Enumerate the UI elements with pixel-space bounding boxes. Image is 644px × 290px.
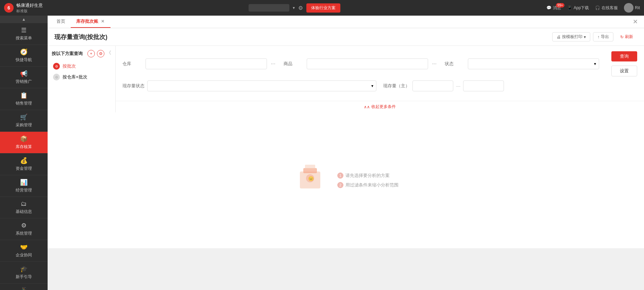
collapse-more-label: 收起更多条件	[371, 104, 396, 110]
main-content: 首页 库存批次账 ✕ ✕ 现存量查询(按批次) 🖨 按模板打印 ▾	[48, 16, 644, 290]
hint-num-2: 2	[337, 182, 343, 188]
tab-batch-label: 库存批次账	[76, 18, 98, 24]
refresh-icon: ↻	[620, 35, 624, 39]
sidebar-label-purchase: 采购管理	[16, 122, 32, 128]
sidebar-label-enterprise: 企业协同	[16, 252, 32, 258]
filter-form: 仓库 ··· 商品 ··· 状态	[116, 46, 644, 101]
sidebar-item-sales[interactable]: 📋 销售管理	[0, 88, 48, 110]
newbie-icon: 🎓	[20, 265, 28, 273]
sidebar-item-system[interactable]: ⚙ 系统管理	[0, 218, 48, 240]
message-button[interactable]: 💬 消息 99+	[546, 5, 561, 11]
sidebar-item-appstore[interactable]: 📱 应用中心	[0, 284, 48, 290]
sidebar-scroll-up[interactable]: ▲	[0, 16, 48, 23]
finance-icon: 💰	[20, 157, 28, 164]
sidebar-item-purchase[interactable]: 🛒 采购管理	[0, 110, 48, 132]
user-avatar-button[interactable]: Rit	[624, 3, 640, 13]
quicknav-icon: 🧭	[20, 48, 28, 56]
empty-state: 😐 1 请先选择要分析的方案 2 用过滤条件来缩小分析范围	[48, 112, 644, 248]
action-col: 查询 设置	[611, 51, 637, 76]
sidebar-item-finance[interactable]: 💰 资金管理	[0, 153, 48, 175]
filter-item-batch[interactable]: ⚙ 按批次	[52, 61, 111, 72]
status-dropdown-icon: ▾	[594, 61, 596, 66]
stock-status-select[interactable]: ▾	[147, 80, 376, 91]
tab-home[interactable]: 首页	[51, 16, 71, 28]
page-title: 现存量查询(按批次)	[54, 33, 107, 45]
print-button[interactable]: 🖨 按模板打印 ▾	[552, 32, 590, 41]
sidebar-item-operation[interactable]: 📊 经营管理	[0, 175, 48, 197]
operation-icon: 📊	[20, 179, 28, 186]
message-icon: 💬	[546, 5, 552, 10]
query-button[interactable]: 查询	[611, 51, 637, 61]
hint-text-2: 用过滤条件来缩小分析范围	[345, 182, 399, 188]
page-header: 现存量查询(按批次) 🖨 按模板打印 ▾ ↑ 导出 ↻ 刷新	[48, 28, 644, 46]
appstore-icon: 📱	[20, 287, 28, 290]
hint-num-1: 1	[337, 173, 343, 179]
sidebar-item-basic[interactable]: 🗂 基础信息	[0, 197, 48, 218]
filter-add-button[interactable]: +	[87, 50, 95, 57]
warehouse-field: 仓库 ···	[122, 58, 277, 69]
product-dots[interactable]: ···	[431, 61, 438, 67]
app-logo: 6	[4, 3, 14, 13]
warehouse-dots[interactable]: ···	[270, 61, 277, 67]
status-select[interactable]: ▾	[468, 58, 599, 69]
sidebar-label-quicknav: 快捷导航	[16, 57, 32, 63]
refresh-button[interactable]: ↻ 刷新	[616, 33, 637, 41]
settings-action-button[interactable]: 设置	[611, 66, 637, 76]
breadcrumb-dropdown-icon[interactable]: ▾	[293, 5, 295, 10]
page-body: 现存量查询(按批次) 🖨 按模板打印 ▾ ↑ 导出 ↻ 刷新	[48, 28, 644, 290]
filter-sidebar-collapse-button[interactable]: 《	[106, 50, 111, 57]
filter-form-wrapper: 仓库 ··· 商品 ··· 状态	[116, 46, 644, 112]
header-mid: ▾ ⚙ 体验行业方案	[43, 3, 546, 13]
stock-qty-max-input[interactable]	[463, 80, 504, 91]
tab-bar-close-button[interactable]: ✕	[630, 17, 641, 27]
sidebar-label-basic: 基础信息	[16, 209, 32, 215]
warehouse-label: 仓库	[122, 61, 143, 67]
sidebar-item-newbie[interactable]: 🎓 新手引导	[0, 262, 48, 284]
status-label: 状态	[445, 61, 465, 67]
collapse-more-button[interactable]: ∧∧ 收起更多条件	[116, 101, 644, 112]
stock-status-label: 现存量状态	[122, 83, 145, 89]
header-settings-button[interactable]: ⚙	[298, 5, 303, 11]
message-badge: 99+	[556, 3, 564, 7]
filter-row-1: 仓库 ··· 商品 ··· 状态	[122, 51, 637, 76]
online-service-button[interactable]: 🎧 在线客服	[595, 5, 618, 11]
stock-qty-label: 现存量（主）	[383, 83, 410, 89]
status-field: 状态 ▾	[445, 58, 599, 69]
top-header: 6 畅康通好生意 标准版 ▾ ⚙ 体验行业方案 💬 消息 99+ 📱 App下载…	[0, 0, 644, 16]
sidebar-item-enterprise[interactable]: 🤝 企业协同	[0, 240, 48, 262]
export-icon: ↑	[597, 35, 599, 39]
sidebar-item-search[interactable]: ☰ 搜索菜单	[0, 23, 48, 45]
basic-icon: 🗂	[21, 200, 27, 207]
export-label: 导出	[601, 34, 609, 40]
sidebar-label-inventory: 库存核算	[16, 144, 32, 150]
empty-illustration: 😐	[293, 160, 327, 195]
sidebar-item-inventory[interactable]: 📦 库存核算	[0, 132, 48, 153]
header-right: 💬 消息 99+ 📱 App下载 🎧 在线客服 Rit	[546, 3, 640, 13]
filter-item-icon-warehouse: ⚙	[53, 74, 60, 80]
main-layout: ▲ ☰ 搜索菜单 🧭 快捷导航 📢 营销推广 📋 销售管理 🛒 采购管理 📦 库…	[0, 16, 644, 290]
sidebar-item-marketing[interactable]: 📢 营销推广	[0, 67, 48, 88]
filter-sidebar-header: 按以下方案查询 + ⚙ 《	[52, 50, 111, 57]
tab-bar: 首页 库存批次账 ✕ ✕	[48, 16, 644, 28]
sidebar-item-quicknav[interactable]: 🧭 快捷导航	[0, 45, 48, 67]
print-icon: 🖨	[557, 35, 561, 39]
stock-qty-min-input[interactable]	[412, 80, 453, 91]
tab-batch[interactable]: 库存批次账 ✕	[71, 16, 111, 28]
breadcrumb-input[interactable]	[249, 4, 289, 12]
export-button[interactable]: ↑ 导出	[593, 32, 613, 41]
empty-hint-2: 2 用过滤条件来缩小分析范围	[337, 182, 399, 188]
filter-item-warehouse-batch[interactable]: ⚙ 按仓库+批次	[52, 72, 111, 83]
warehouse-input[interactable]	[146, 58, 267, 69]
filter-settings-button[interactable]: ⚙	[97, 50, 104, 57]
headset-icon: 🎧	[595, 5, 600, 10]
page-header-actions: 🖨 按模板打印 ▾ ↑ 导出 ↻ 刷新	[552, 32, 637, 46]
product-field: 商品 ···	[284, 58, 438, 69]
phone-icon: 📱	[567, 5, 572, 10]
tab-batch-close-icon[interactable]: ✕	[100, 19, 105, 24]
app-download-button[interactable]: 📱 App下载	[567, 5, 589, 11]
filter-item-icon-batch: ⚙	[53, 63, 60, 70]
tab-home-label: 首页	[56, 18, 65, 24]
trial-button[interactable]: 体验行业方案	[306, 3, 340, 13]
product-input[interactable]	[307, 58, 428, 69]
plus-icon: +	[90, 51, 92, 56]
